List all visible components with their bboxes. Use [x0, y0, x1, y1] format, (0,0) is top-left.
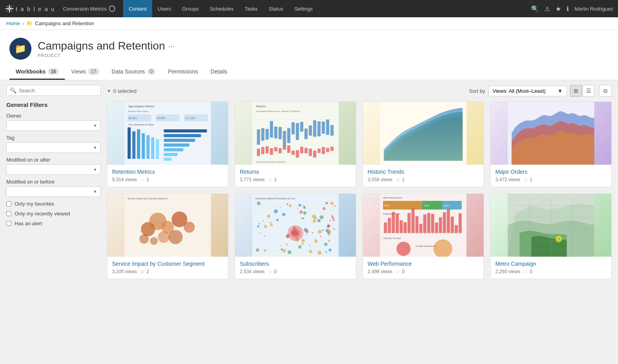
nav-right-actions: 🔍 ⚠ ★ ℹ Martin Rodriguez	[531, 5, 613, 13]
workbook-grid: App Adoption Metrics Weekly New Users 88…	[107, 101, 612, 279]
svg-rect-71	[331, 147, 334, 151]
breadcrumb-home[interactable]: Home	[6, 20, 20, 26]
workbook-card-subscribers[interactable]: Subscriber Market Penetration by City Su…	[235, 193, 356, 279]
favorites-checkbox-row[interactable]: Only my favorites	[6, 201, 101, 207]
card-star-row-orders: ☆1	[523, 176, 532, 183]
nav-status[interactable]: Status	[263, 0, 289, 17]
card-title-orders[interactable]: Major Orders	[495, 169, 607, 175]
star-icon-returns[interactable]: ☆	[268, 176, 273, 183]
tab-permissions[interactable]: Permissions	[162, 64, 204, 80]
svg-point-129	[276, 219, 279, 221]
has-alert-checkbox[interactable]	[6, 221, 11, 226]
svg-point-131	[331, 216, 334, 219]
svg-rect-196	[435, 222, 438, 233]
recently-viewed-checkbox-row[interactable]: Only my recently viewed	[6, 211, 101, 217]
svg-point-121	[313, 220, 316, 223]
favorites-checkbox[interactable]	[6, 201, 11, 206]
workbook-card-retention[interactable]: App Adoption Metrics Weekly New Users 88…	[107, 101, 228, 187]
favorites-icon[interactable]: ★	[555, 5, 561, 13]
workbook-card-historic[interactable]: Historic Trends3,558 views☆1	[362, 101, 484, 187]
owner-select[interactable]	[10, 123, 92, 129]
search-box[interactable]: 🔍	[6, 85, 101, 96]
tab-views[interactable]: Views 17	[65, 64, 105, 80]
svg-rect-62	[292, 151, 295, 155]
workbook-title-text: Conversion Metrics	[63, 6, 107, 12]
user-menu[interactable]: Martin Rodriguez	[574, 6, 613, 12]
star-icon-service[interactable]: ☆	[140, 268, 145, 275]
nav-schedules[interactable]: Schedules	[204, 0, 239, 17]
svg-point-93	[325, 251, 327, 253]
svg-point-169	[334, 205, 336, 207]
svg-point-147	[320, 236, 322, 237]
owner-filter[interactable]: ▼	[6, 120, 101, 131]
svg-rect-37	[270, 121, 273, 138]
svg-rect-51	[331, 125, 334, 136]
page-title: Campaigns and Retention ···	[38, 40, 175, 52]
star-count-metro: 0	[530, 269, 532, 274]
search-icon[interactable]: 🔍	[531, 5, 539, 13]
card-title-web[interactable]: Web Performance	[368, 261, 479, 267]
svg-rect-187	[400, 220, 403, 233]
card-title-subscribers[interactable]: Subscribers	[240, 261, 351, 267]
filter-toggle-button[interactable]: ⧉	[599, 85, 612, 97]
nav-groups[interactable]: Groups	[177, 0, 204, 17]
modified-after-select[interactable]	[10, 167, 92, 173]
tab-permissions-label: Permissions	[168, 68, 198, 75]
star-icon-orders[interactable]: ☆	[523, 176, 528, 183]
workbook-nav-title[interactable]: Conversion Metrics	[63, 6, 115, 12]
tag-filter[interactable]: ▼	[6, 142, 101, 153]
nav-settings[interactable]: Settings	[289, 0, 318, 17]
sort-select[interactable]: Views: All (Most–Least)	[493, 88, 556, 94]
svg-text:Returns: Returns	[256, 105, 266, 108]
star-count-returns: 1	[274, 177, 277, 182]
nav-users[interactable]: Users	[152, 0, 177, 17]
workbook-card-returns[interactable]: Returns Annualized Returns vs. Market Co…	[235, 101, 356, 187]
svg-rect-183	[384, 222, 387, 233]
project-more-button[interactable]: ···	[168, 42, 175, 51]
grid-view-button[interactable]: ⊞	[570, 85, 582, 97]
svg-rect-198	[443, 212, 446, 233]
star-icon-web[interactable]: ☆	[395, 268, 401, 275]
star-icon-retention[interactable]: ☆	[140, 176, 145, 183]
info-icon[interactable]: ℹ	[566, 5, 569, 13]
card-title-returns[interactable]: Returns	[240, 169, 351, 175]
star-icon-historic[interactable]: ☆	[395, 176, 401, 183]
card-title-metro[interactable]: Metro Campaign	[495, 261, 607, 267]
workbook-card-web[interactable]: Web Performance 2018 2019 2020 Pageview …	[362, 193, 484, 279]
svg-text:User Retention by Week: User Retention by Week	[129, 123, 154, 126]
modified-before-select[interactable]	[10, 189, 92, 195]
sort-select-box[interactable]: Views: All (Most–Least) ▼	[488, 86, 567, 96]
tab-workbooks[interactable]: Workbooks 16	[9, 64, 65, 80]
breadcrumb-current: Campaigns and Retention	[35, 20, 94, 26]
star-icon-subscribers[interactable]: ☆	[268, 268, 273, 275]
has-alert-checkbox-row[interactable]: Has an alert	[6, 221, 101, 226]
alert-icon[interactable]: ⚠	[544, 5, 550, 13]
svg-point-107	[277, 250, 278, 251]
tab-datasources[interactable]: Data Sources 0	[105, 64, 162, 80]
workbook-card-metro[interactable]: Metro Campaign2,260 views☆0	[490, 193, 612, 279]
list-view-button[interactable]: ☰	[583, 85, 594, 97]
svg-point-161	[267, 215, 270, 218]
workbook-card-service[interactable]: Service Impact by Customer Segment Servi…	[107, 193, 228, 279]
svg-text:Annualized Returns vs. Market : Annualized Returns vs. Market Conditions	[256, 110, 300, 112]
card-title-retention[interactable]: Retention Metrics	[112, 169, 223, 175]
workbook-card-orders[interactable]: Major Orders3,472 views☆1	[490, 101, 612, 187]
svg-point-173	[293, 231, 298, 235]
recently-viewed-checkbox[interactable]	[6, 211, 11, 216]
card-title-service[interactable]: Service Impact by Customer Segment	[112, 261, 223, 267]
card-title-historic[interactable]: Historic Trends	[368, 169, 479, 175]
tableau-logo: t a b l e a u	[5, 4, 55, 13]
nav-tasks[interactable]: Tasks	[239, 0, 263, 17]
svg-rect-22	[164, 134, 201, 137]
tag-select[interactable]	[10, 145, 92, 151]
svg-text:Subscriber Market Penetration : Subscriber Market Penetration by City	[256, 197, 295, 200]
nav-content[interactable]: Content	[123, 0, 152, 17]
modified-before-filter[interactable]: ▼	[6, 186, 101, 197]
tab-details[interactable]: Details	[204, 64, 234, 80]
search-input[interactable]	[19, 88, 97, 94]
star-icon-metro[interactable]: ☆	[523, 268, 528, 275]
svg-rect-189	[408, 213, 411, 233]
card-thumbnail-orders	[491, 102, 611, 165]
modified-after-filter[interactable]: ▼	[6, 164, 101, 175]
select-arrow-icon: ▼	[107, 89, 111, 93]
